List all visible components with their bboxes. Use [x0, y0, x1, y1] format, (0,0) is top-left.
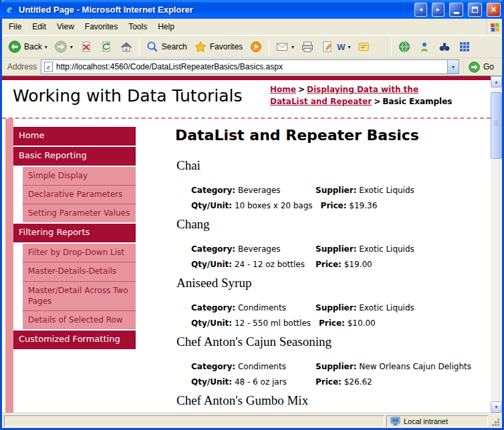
toolbar-separator	[139, 39, 140, 55]
discuss-button[interactable]	[354, 38, 374, 55]
field-label: Price:	[321, 201, 347, 210]
sidebar-item-link[interactable]: Declarative Parameters	[23, 185, 136, 204]
address-url[interactable]: http://localhost:4560/Code/DataListRepea…	[56, 62, 445, 71]
sidebar-section-link[interactable]: Filtering Reports	[13, 224, 136, 242]
toolbar-separator	[391, 39, 392, 55]
sidebar-section-link[interactable]: Basic Reporting	[13, 147, 136, 166]
home-icon	[120, 40, 133, 53]
close-button[interactable]: ×	[487, 3, 501, 17]
globe-button[interactable]	[394, 38, 414, 55]
field-value: $26.62	[342, 377, 372, 387]
title-bar: e Untitled Page - Microsoft Internet Exp…	[0, 0, 504, 19]
site-header: Working with Data Tutorials Home>Display…	[2, 80, 491, 119]
field-label: Price:	[316, 377, 342, 387]
field-label: Supplier:	[316, 303, 356, 312]
field-label: Qty/Unit:	[191, 201, 232, 210]
status-zone-panel: Local intranet	[386, 415, 488, 427]
field-value: Condiments	[235, 303, 286, 312]
field-label: Category:	[191, 186, 235, 195]
sidebar-item-link[interactable]: Master/Detail Across Two Pages	[23, 281, 136, 310]
breadcrumb-section-link[interactable]: DataList and Repeater	[270, 97, 372, 106]
browser-viewport: Working with Data Tutorials Home>Display…	[2, 76, 502, 413]
media-button[interactable]	[246, 38, 266, 55]
resize-grip[interactable]	[490, 415, 500, 427]
quicklinks-button[interactable]	[455, 38, 475, 55]
stop-button[interactable]	[76, 38, 96, 55]
product-name: Aniseed Syrup	[176, 276, 485, 290]
product-name: Chef Anton's Cajun Seasoning	[176, 335, 485, 349]
scrollbar-thumb[interactable]	[491, 92, 502, 159]
product-entry: ChangCategory: BeveragesSupplier: Exotic…	[175, 217, 485, 272]
research-button[interactable]	[434, 38, 455, 55]
product-field-row: Qty/Unit: 24 - 12 oz bottlesPrice: $19.0…	[191, 256, 485, 272]
nav-right-button[interactable]: ►	[432, 3, 445, 17]
sidebar-item-link[interactable]: Master-Details-Details	[23, 262, 136, 280]
favorites-label: Favorites	[210, 42, 243, 51]
sidebar-section-link[interactable]: Home	[13, 127, 136, 146]
product-field-row: Qty/Unit: 10 boxes x 20 bagsPrice: $19.3…	[191, 198, 485, 213]
address-dropdown-button[interactable]: ▼	[447, 60, 459, 73]
menu-tools[interactable]: Tools	[123, 19, 152, 34]
menu-view[interactable]: View	[51, 19, 80, 34]
edit-word-button[interactable]: W ▾	[318, 38, 354, 55]
forward-dropdown-icon[interactable]: ▾	[70, 44, 73, 50]
messenger-button[interactable]	[414, 38, 434, 55]
page-icon: e	[43, 61, 53, 72]
minimize-button[interactable]	[449, 3, 463, 17]
field-label: Supplier:	[316, 362, 356, 371]
maximize-button[interactable]	[468, 3, 482, 17]
mail-button[interactable]: ▾	[272, 38, 297, 55]
grid-icon	[458, 40, 471, 53]
maximize-icon	[472, 7, 478, 13]
menu-help[interactable]: Help	[152, 19, 180, 34]
favorites-button[interactable]: Favorites	[191, 38, 246, 55]
search-button[interactable]: Search	[142, 38, 191, 55]
discuss-icon	[357, 40, 370, 53]
forward-icon	[54, 40, 68, 53]
search-label: Search	[162, 42, 187, 51]
field-value: Exotic Liquids	[356, 244, 414, 254]
field-value: 12 - 550 ml bottles	[232, 318, 311, 328]
home-button[interactable]	[116, 38, 136, 55]
back-dropdown-icon[interactable]: ▾	[45, 44, 47, 50]
field-value: 10 boxes x 20 bags	[232, 201, 313, 210]
go-button[interactable]: Go	[463, 61, 499, 73]
back-button[interactable]: Back ▾	[5, 38, 51, 55]
menu-edit[interactable]: Edit	[27, 19, 51, 34]
scroll-up-button[interactable]: ▲	[491, 76, 502, 87]
refresh-button[interactable]	[96, 38, 116, 55]
breadcrumb-home-link[interactable]: Home	[270, 85, 296, 94]
field-value: New Orleans Cajun Delights	[356, 362, 471, 371]
mail-dropdown-icon[interactable]: ▾	[291, 44, 294, 50]
scroll-down-button[interactable]: ▼	[491, 401, 502, 413]
product-field-row: Qty/Unit: 48 - 6 oz jarsPrice: $26.62	[191, 374, 485, 389]
field-label: Price:	[316, 260, 342, 269]
menu-bar: File Edit View Favorites Tools Help	[2, 19, 502, 35]
binoculars-icon	[438, 40, 451, 53]
field-label: Qty/Unit:	[191, 318, 232, 328]
menu-favorites[interactable]: Favorites	[80, 19, 123, 34]
field-value: $19.00	[342, 260, 372, 269]
address-input[interactable]: e http://localhost:4560/Code/DataListRep…	[41, 59, 459, 74]
vertical-scrollbar[interactable]: ▲ ▼	[491, 76, 502, 413]
product-entry: Aniseed SyrupCategory: CondimentsSupplie…	[175, 276, 485, 331]
breadcrumb-section-link[interactable]: Displaying Data with the	[307, 85, 418, 94]
sidebar-item-link[interactable]: Filter by Drop-Down List	[23, 244, 136, 262]
status-bar: Local intranet	[2, 413, 502, 428]
sidebar-section-link[interactable]: Customized Formatting	[13, 331, 136, 349]
field-value: $19.36	[346, 201, 377, 210]
breadcrumb: Home>Displaying Data with the DataList a…	[270, 83, 476, 108]
edit-dropdown-icon[interactable]: ▾	[348, 44, 350, 50]
sidebar-item-link[interactable]: Simple Display	[23, 167, 136, 185]
print-button[interactable]	[297, 38, 318, 55]
breadcrumb-current: Basic Examples	[382, 97, 452, 106]
sidebar-nav: HomeBasic ReportingSimple DisplayDeclara…	[2, 119, 136, 413]
field-label: Supplier:	[316, 186, 356, 195]
nav-left-button[interactable]: ◄	[414, 3, 427, 17]
sidebar-item-link[interactable]: Details of Selected Row	[23, 310, 136, 329]
menu-file[interactable]: File	[3, 19, 27, 34]
sidebar-item-link[interactable]: Setting Parameter Values	[23, 204, 136, 222]
forward-button[interactable]: ▾	[51, 38, 76, 55]
product-name: Chai	[176, 158, 485, 173]
product-entry: Chef Anton's Gumbo Mix	[175, 393, 485, 408]
